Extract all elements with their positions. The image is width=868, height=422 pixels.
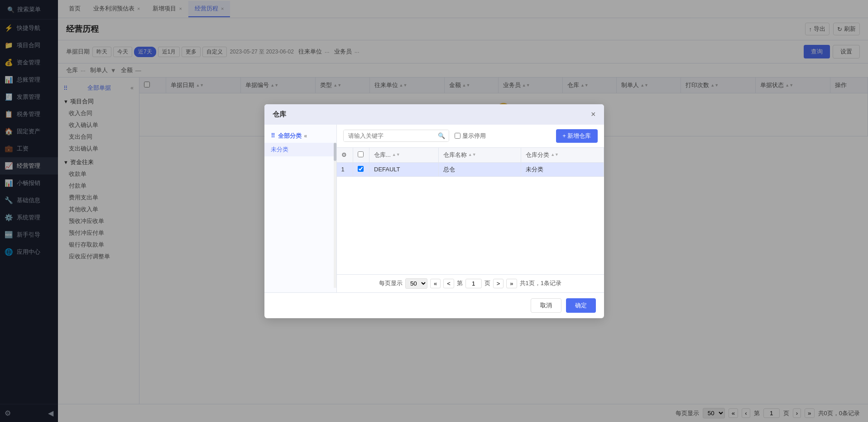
modal-table-container: ⚙ 仓库... ▲▼ 仓库名称 xyxy=(337,148,604,274)
modal-th-code: 仓库... ▲▼ xyxy=(369,148,439,163)
modal-pagination: 每页显示 50 « < 第 页 > » 共1页，1条记录 xyxy=(337,274,604,292)
row-checkbox[interactable] xyxy=(358,166,364,172)
table-row[interactable]: 1 DEFAULT 总仓 未分类 xyxy=(337,162,604,176)
modal-per-page-label: 每页显示 xyxy=(379,279,403,287)
modal-search-input[interactable] xyxy=(344,130,434,141)
modal-next-btn[interactable]: > xyxy=(493,279,504,288)
modal-left-unclassified[interactable]: 未分类 xyxy=(264,143,336,156)
modal-left-panel: ⠿ 全部分类 « 未分类 xyxy=(264,125,337,292)
modal-overlay[interactable]: 仓库 × ⠿ 全部分类 « 未分类 xyxy=(0,0,868,422)
modal-right-panel: 🔍 显示停用 + 新增仓库 ⚙ xyxy=(337,125,604,292)
modal-search-box: 🔍 xyxy=(343,130,449,142)
modal-sort-name-icon[interactable]: ▲▼ xyxy=(468,153,476,157)
modal-th-category: 仓库分类 ▲▼ xyxy=(521,148,604,163)
modal-left-header[interactable]: ⠿ 全部分类 « xyxy=(264,129,336,143)
row-category: 未分类 xyxy=(521,162,604,176)
row-name: 总仓 xyxy=(438,162,521,176)
modal-page-label: 页 xyxy=(484,279,490,287)
modal-last-btn[interactable]: » xyxy=(506,279,517,288)
modal-all-label: 全部分类 xyxy=(278,132,302,140)
modal-per-page-select[interactable]: 50 xyxy=(405,278,427,289)
modal-search-icon[interactable]: 🔍 xyxy=(434,130,449,141)
modal-first-btn[interactable]: « xyxy=(430,279,441,288)
modal-th-gear[interactable]: ⚙ xyxy=(337,148,353,163)
row-checkbox-cell[interactable] xyxy=(353,162,369,176)
modal-th-name: 仓库名称 ▲▼ xyxy=(438,148,521,163)
modal-sort-category-icon[interactable]: ▲▼ xyxy=(551,153,559,157)
show-disabled-checkbox[interactable] xyxy=(455,133,460,139)
modal-footer: 取消 确定 xyxy=(264,292,604,318)
modal-title: 仓库 xyxy=(273,110,286,119)
modal-unclassified-label: 未分类 xyxy=(271,146,288,154)
warehouse-modal: 仓库 × ⠿ 全部分类 « 未分类 xyxy=(264,104,604,318)
modal-sort-code-icon[interactable]: ▲▼ xyxy=(392,153,400,157)
add-warehouse-button[interactable]: + 新增仓库 xyxy=(556,129,597,143)
modal-table-header: ⚙ 仓库... ▲▼ 仓库名称 xyxy=(337,148,604,163)
show-disabled-label: 显示停用 xyxy=(462,132,486,140)
modal-body: ⠿ 全部分类 « 未分类 xyxy=(264,125,604,292)
cancel-button[interactable]: 取消 xyxy=(531,298,561,313)
modal-header: 仓库 × xyxy=(264,104,604,125)
modal-collapse-icon[interactable]: « xyxy=(304,133,307,139)
modal-close-button[interactable]: × xyxy=(591,110,596,119)
show-disabled-container: 显示停用 xyxy=(455,132,486,140)
modal-prev-btn[interactable]: < xyxy=(443,279,454,288)
modal-table: ⚙ 仓库... ▲▼ 仓库名称 xyxy=(337,148,604,177)
modal-table-body: 1 DEFAULT 总仓 未分类 xyxy=(337,162,604,176)
modal-page-input[interactable] xyxy=(465,279,482,288)
modal-select-all[interactable] xyxy=(358,151,364,157)
modal-grid-icon: ⠿ xyxy=(271,132,275,139)
modal-total-label: 共1页，1条记录 xyxy=(520,279,561,287)
row-index: 1 xyxy=(337,162,353,176)
confirm-button[interactable]: 确定 xyxy=(566,298,596,313)
modal-toolbar: 🔍 显示停用 + 新增仓库 xyxy=(337,125,604,148)
modal-th-checkbox[interactable] xyxy=(353,148,369,163)
modal-page-pre: 第 xyxy=(457,279,463,287)
row-code: DEFAULT xyxy=(369,162,439,176)
